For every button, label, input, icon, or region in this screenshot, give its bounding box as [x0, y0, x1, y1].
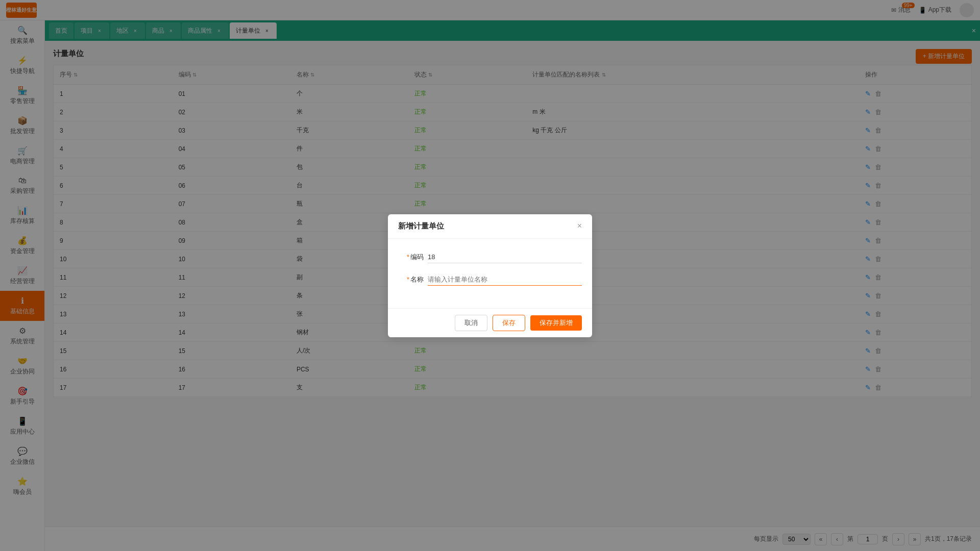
add-unit-modal: 新增计量单位 × *编码 *名称 取消 保存 保存并新增 [388, 214, 592, 337]
name-input[interactable] [428, 273, 582, 286]
name-field-row: *名称 [398, 273, 582, 286]
name-required-star: * [407, 276, 409, 283]
code-label: *编码 [398, 253, 424, 262]
modal-header: 新增计量单位 × [388, 214, 592, 239]
modal-body: *编码 *名称 [388, 239, 592, 308]
modal-overlay: 新增计量单位 × *编码 *名称 取消 保存 保存并新增 [0, 0, 980, 551]
modal-title: 新增计量单位 [398, 221, 444, 231]
save-and-new-button[interactable]: 保存并新增 [530, 315, 582, 331]
cancel-button[interactable]: 取消 [455, 315, 487, 331]
name-label: *名称 [398, 275, 424, 284]
modal-close-btn[interactable]: × [577, 222, 582, 230]
code-required-star: * [407, 253, 409, 261]
save-button[interactable]: 保存 [493, 315, 525, 331]
code-field-row: *编码 [398, 251, 582, 263]
code-input[interactable] [428, 251, 582, 263]
modal-footer: 取消 保存 保存并新增 [388, 308, 592, 337]
